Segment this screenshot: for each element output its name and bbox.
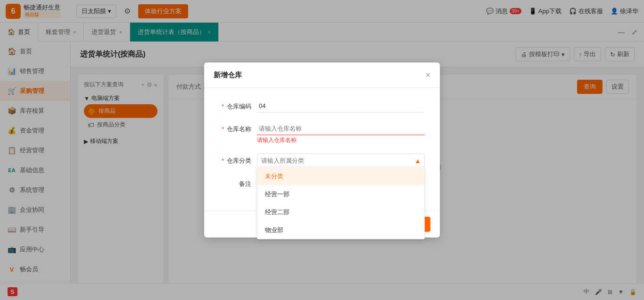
note-label: 备注 bbox=[219, 177, 257, 188]
form-row-code: * 仓库编码 bbox=[219, 100, 425, 113]
category-arrow-icon[interactable]: ▲ bbox=[414, 157, 421, 164]
category-input[interactable] bbox=[257, 154, 425, 167]
name-label: * 仓库名称 bbox=[219, 122, 257, 133]
code-label: * 仓库编码 bbox=[219, 100, 257, 111]
category-label: * 仓库分类 bbox=[219, 154, 257, 165]
required-star-code: * bbox=[222, 103, 224, 110]
code-input[interactable] bbox=[257, 100, 425, 113]
required-star-name: * bbox=[222, 125, 224, 133]
modal-body: * 仓库编码 * 仓库名称 请输入仓库名称 * 仓库分类 bbox=[204, 88, 440, 211]
add-warehouse-modal: 新增仓库 × * 仓库编码 * 仓库名称 请输入仓库名称 bbox=[204, 63, 440, 238]
dropdown-item-dept3[interactable]: 物业部 bbox=[257, 221, 424, 239]
modal-title: 新增仓库 bbox=[214, 71, 242, 80]
required-star-category: * bbox=[222, 157, 224, 164]
name-input-wrapper: 请输入仓库名称 bbox=[257, 122, 425, 144]
form-row-name: * 仓库名称 请输入仓库名称 bbox=[219, 122, 425, 144]
category-dropdown: 未分类 经营一部 经营二部 物业部 bbox=[257, 167, 425, 240]
modal-header: 新增仓库 × bbox=[204, 63, 440, 88]
category-input-wrapper: ▲ 未分类 经营一部 经营二部 物业部 bbox=[257, 154, 425, 167]
dropdown-item-dept1[interactable]: 经营一部 bbox=[257, 185, 424, 203]
name-input[interactable] bbox=[257, 122, 425, 135]
dropdown-item-uncategorized[interactable]: 未分类 bbox=[257, 167, 424, 185]
code-input-wrapper bbox=[257, 100, 425, 113]
dropdown-item-dept2[interactable]: 经营二部 bbox=[257, 203, 424, 221]
form-row-category: * 仓库分类 ▲ 未分类 经营一部 经营二部 物业部 bbox=[219, 154, 425, 167]
modal-close-button[interactable]: × bbox=[425, 70, 430, 80]
name-error-msg: 请输入仓库名称 bbox=[257, 136, 425, 144]
